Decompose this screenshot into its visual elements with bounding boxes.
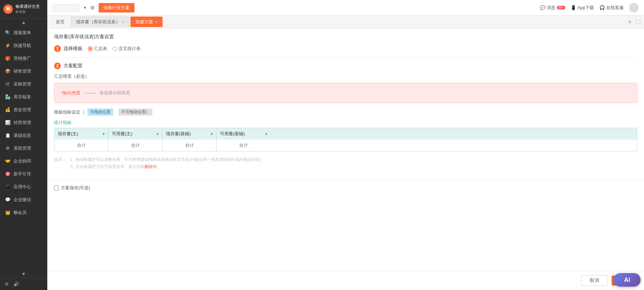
col4-header-label: 可用量(基辅) [220,131,245,137]
tab-new-plan[interactable]: 新建方案 × [130,17,162,27]
radio-crosstab[interactable]: 交叉统计表 [113,46,141,52]
section1-number: 1 [54,45,61,52]
section2-number: 2 [54,63,61,69]
basic-icon: 📋 [5,132,11,139]
template-radio-group: 汇总表 交叉统计表 [88,46,141,52]
col1-body-label: 合计 [77,142,86,148]
volume-icon[interactable]: 🔊 [14,282,19,287]
enterprise-icon: 🤝 [5,158,11,164]
app-version: 标准版 [16,9,40,14]
col4-dropdown-icon[interactable]: ▾ [265,132,267,136]
tab-expand-icon[interactable]: ⛶ [636,19,641,25]
dimension-area[interactable]: *纵向维度 —— 请选择分组维度 [54,83,637,103]
trial-btn[interactable]: 体验行业方案 [99,3,134,13]
tab-close-all-icon[interactable]: ✕ [628,19,632,25]
tab-new-plan-close-icon[interactable]: × [155,20,157,24]
tab-inventory-label: 现存量（库存状况表） [76,19,120,25]
topbar: ▾ ⚙ 体验行业方案 💬 消息 99+ 📱 App下载 🎧 在线客服 [47,0,644,16]
ai-bubble[interactable]: Ai [614,273,641,287]
sidebar-item-quick-nav[interactable]: ⚡ 快捷导航 [0,39,47,52]
app-logo-icon: 畅 [3,4,13,14]
sidebar-item-operation[interactable]: 📊 经营管理 [0,116,47,129]
tips-section: 提示： 1. 拖动标题栏可以调整布局，不可跨维度或指标区域拖动栏目字段(只能在同… [54,157,637,170]
tab-new-plan-label: 新建方案 [135,19,153,25]
sales-icon: 📦 [5,68,11,74]
tip-num-2: 2. [54,164,74,170]
stats-col-header-2[interactable]: 可用量(主) ▾ [108,128,163,140]
sidebar-scroll-down[interactable]: ▼ [0,270,47,278]
col2-dropdown-icon[interactable]: ▾ [157,132,159,136]
stats-col-body-4: 合计 [217,140,271,151]
settings-icon[interactable]: ⚙ [5,282,9,287]
sidebar-item-wechat[interactable]: 💬 企业微信 [0,193,47,206]
finance-icon: 💰 [5,107,11,113]
radio-summary-label: 汇总表 [94,46,107,52]
topbar-message[interactable]: 💬 消息 99+ [540,5,565,11]
sidebar-bottom: ⚙ 🔊 [0,278,47,290]
stats-table: 现存量(主) ▾ 可用量(主) ▾ 现存量(基辅) ▾ 可用量(基辅) [54,128,637,151]
section2-label: 方案配置 [64,63,82,69]
marketing-icon: 🎁 [5,55,11,62]
message-badge: 99+ [557,6,565,9]
user-avatar[interactable] [629,3,639,13]
message-label: 消息 [547,5,555,11]
sidebar-item-vip[interactable]: 👑 畅会员 [0,206,47,219]
sidebar-item-purchase[interactable]: 🛒 采购管理 [0,78,47,91]
tip-text-1: 拖动标题栏可以调整布局，不可跨维度或指标区域拖动栏目字段(只能在同一维度或指标区… [76,157,261,163]
sidebar-item-label: 营销推广 [14,55,31,62]
sidebar-item-basic[interactable]: 📋 基础信息 [0,129,47,142]
stats-col-header-3[interactable]: 现存量(基辅) ▾ [163,128,217,140]
tab-home[interactable]: 首页 [51,17,70,27]
col4-body-label: 合计 [239,142,248,148]
topbar-search-input[interactable] [53,4,80,11]
cancel-button[interactable]: 取消 [581,275,608,286]
stats-col-header-1[interactable]: 现存量(主) ▾ [54,128,108,140]
quick-nav-icon: ⚡ [5,43,11,49]
col3-body-label: 合计 [185,142,194,148]
sidebar-item-enterprise[interactable]: 🤝 企业协同 [0,155,47,168]
radio-summary-dot [88,46,93,51]
col3-dropdown-icon[interactable]: ▾ [211,132,213,136]
sidebar-item-system[interactable]: ⚙ 系统管理 [0,142,47,155]
bottom-actions: 取消 查询 [47,271,644,290]
topbar-dropdown-icon[interactable]: ▾ [84,5,86,10]
section-config: 2 方案配置 汇总维度（必选） *纵向维度 —— 请选择分组维度 模板指标设定（… [54,63,637,170]
sidebar-item-label: 企业协同 [14,158,31,164]
save-checkbox[interactable] [54,186,59,190]
sidebar-scroll-up[interactable]: ▲ [0,19,47,26]
sidebar-item-inventory[interactable]: 🏪 库存核算 [0,91,47,103]
sidebar-item-app-center[interactable]: 📱 应用中心 [0,180,47,193]
search-menu-icon: 🔍 [5,30,11,36]
topbar-gear-icon[interactable]: ⚙ [90,5,95,11]
indicator-nondraggable-tag: 不可拖动位置） [119,108,152,116]
sidebar-item-marketing[interactable]: 🎁 营销推广 [0,52,47,65]
col1-dropdown-icon[interactable]: ▾ [103,132,105,136]
tab-inventory-status[interactable]: 现存量（库存状况表） × [71,17,129,27]
sidebar-item-label: 采购管理 [14,81,31,87]
radio-crosstab-label: 交叉统计表 [119,46,141,52]
vip-icon: 👑 [5,210,11,216]
tab-inventory-close-icon[interactable]: × [122,20,124,24]
sidebar-item-sales[interactable]: 📦 销售管理 [0,65,47,78]
sidebar-logo: 畅 畅康通好生意 标准版 [0,0,47,19]
sidebar-item-guide[interactable]: 🎯 新手引导 [0,168,47,180]
content-area: 现存量(库存状况表)方案设置 1 选择模板 汇总表 交叉统计表 [47,28,644,271]
app-center-icon: 📱 [5,184,11,190]
sidebar-item-label: 系统管理 [14,145,31,151]
sidebar-item-label: 应用中心 [14,184,31,190]
stats-col-header-4[interactable]: 可用量(基辅) ▾ [217,128,271,140]
sidebar-item-finance[interactable]: 💰 资金管理 [0,103,47,116]
tabbar: 首页 现存量（库存状况表） × 新建方案 × ✕ ⛶ [47,16,644,28]
col3-header-label: 现存量(基辅) [166,131,191,137]
ai-label: Ai [624,276,630,284]
sidebar-item-label: 经营管理 [14,120,31,126]
sidebar-item-search[interactable]: 🔍 搜索菜单 [0,26,47,39]
col1-header-label: 现存量(主) [58,131,78,137]
col2-header-label: 可用量(主) [112,131,132,137]
radio-summary[interactable]: 汇总表 [88,46,107,52]
save-row: 方案保存(可选) [47,180,644,195]
topbar-app-download[interactable]: 📱 App下载 [571,5,594,11]
tip-text-2: 点击标题栏下拉可设置排序、插入列和删除列 [76,164,157,170]
topbar-online-service[interactable]: 🎧 在线客服 [599,5,624,11]
sidebar-item-label: 资金管理 [14,107,31,113]
